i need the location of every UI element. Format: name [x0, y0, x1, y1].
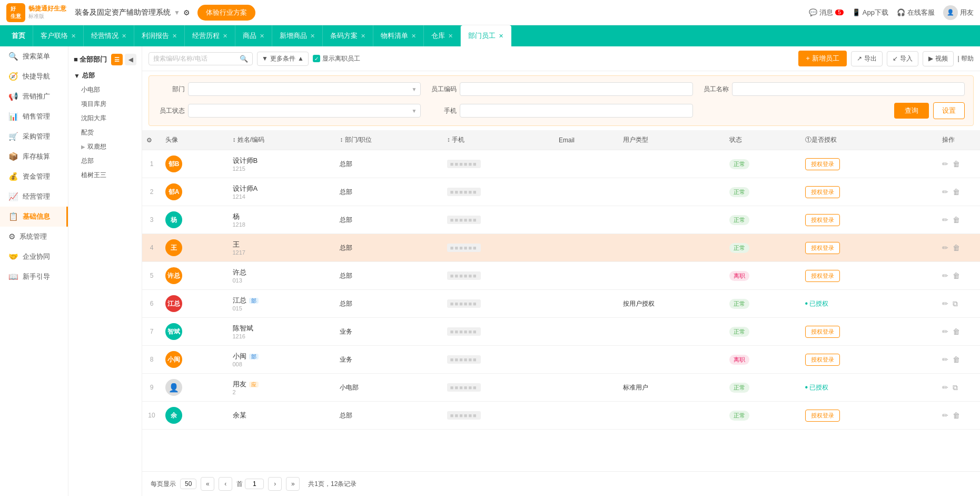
- tab-department[interactable]: 部门员工 ✕: [461, 25, 511, 46]
- import-button[interactable]: ↙ 导入: [887, 51, 918, 66]
- export-button[interactable]: ↗ 导出: [851, 51, 883, 66]
- dept-select[interactable]: [188, 82, 421, 96]
- gear-icon[interactable]: ⚙: [183, 8, 190, 17]
- delete-icon-1[interactable]: 🗑: [953, 160, 960, 168]
- tab-bom[interactable]: 物料清单 ✕: [373, 25, 424, 46]
- show-resigned-checkbox[interactable]: ✓: [313, 55, 320, 62]
- tab-barcode[interactable]: 条码方案 ✕: [323, 25, 373, 46]
- auth-btn-8[interactable]: 授权登录: [805, 354, 840, 366]
- sidebar-item-marketing[interactable]: 📢 营销推广: [0, 86, 68, 106]
- copy-icon-6[interactable]: ⧉: [953, 299, 958, 308]
- online-service-item[interactable]: 🎧 在线客服: [897, 8, 935, 17]
- tab-barcode-close-icon[interactable]: ✕: [361, 33, 365, 40]
- next-page-button[interactable]: ›: [268, 477, 282, 491]
- dept-item-zongbu[interactable]: 总部: [68, 154, 142, 168]
- emp-name-input[interactable]: [732, 82, 965, 96]
- view-button[interactable]: ▶ 视频: [923, 51, 954, 66]
- sidebar-item-collaboration[interactable]: 🤝 企业协同: [0, 247, 68, 267]
- app-download-item[interactable]: 📱 App下载: [852, 8, 888, 17]
- dept-item-xiaodian[interactable]: 小电部: [68, 83, 142, 97]
- tab-goods-close-icon[interactable]: ✕: [260, 33, 264, 40]
- auth-btn-5[interactable]: 授权登录: [805, 270, 840, 282]
- edit-icon-10[interactable]: ✏: [942, 411, 948, 420]
- dept-item-distribution[interactable]: 配货: [68, 125, 142, 140]
- dept-list-icon[interactable]: ☰: [111, 54, 123, 65]
- emp-status-select[interactable]: [188, 104, 421, 118]
- col-settings[interactable]: ⚙: [142, 130, 161, 150]
- delete-icon-2[interactable]: 🗑: [953, 188, 960, 196]
- dept-item-root[interactable]: ▼ 总部: [68, 69, 142, 83]
- tab-history-close-icon[interactable]: ✕: [223, 33, 227, 40]
- tab-profit[interactable]: 利润报告 ✕: [134, 25, 185, 46]
- edit-icon-3[interactable]: ✏: [942, 216, 948, 224]
- auth-btn-1[interactable]: 授权登录: [805, 158, 840, 170]
- edit-icon-7[interactable]: ✏: [942, 327, 948, 336]
- tab-new-goods[interactable]: 新增商品 ✕: [272, 25, 323, 46]
- auth-btn-10[interactable]: 授权登录: [805, 410, 840, 422]
- message-item[interactable]: 💬 消息 5: [809, 8, 844, 17]
- sidebar-item-sales[interactable]: 📊 销售管理: [0, 106, 68, 127]
- query-button[interactable]: 查询: [894, 103, 929, 119]
- copy-icon-9[interactable]: ⧉: [953, 383, 958, 392]
- auth-btn-3[interactable]: 授权登录: [805, 214, 840, 226]
- edit-icon-1[interactable]: ✏: [942, 160, 948, 168]
- phone-input[interactable]: [460, 104, 692, 118]
- first-page-button[interactable]: «: [201, 477, 214, 491]
- dept-item-project[interactable]: 项目库房: [68, 97, 142, 111]
- auth-btn-2[interactable]: 授权登录: [805, 186, 840, 198]
- last-page-button[interactable]: »: [286, 477, 300, 491]
- search-icon-btn[interactable]: 🔍: [240, 55, 248, 63]
- tab-operation[interactable]: 经营情况 ✕: [84, 25, 134, 46]
- sidebar-item-finance[interactable]: 💰 资金管理: [0, 167, 68, 187]
- delete-icon-5[interactable]: 🗑: [953, 271, 960, 280]
- prev-page-button[interactable]: ‹: [219, 477, 232, 491]
- tab-profit-close-icon[interactable]: ✕: [172, 33, 177, 40]
- filter-more-btn[interactable]: ▼ 更多条件 ▲: [257, 52, 309, 66]
- set-button[interactable]: 设置: [933, 102, 965, 119]
- auth-btn-7[interactable]: 授权登录: [805, 326, 840, 338]
- auth-btn-4[interactable]: 授权登录: [805, 242, 840, 254]
- tab-home[interactable]: 首页: [4, 25, 33, 46]
- tab-customer-close-icon[interactable]: ✕: [71, 33, 76, 40]
- edit-icon-2[interactable]: ✏: [942, 188, 948, 196]
- tab-history[interactable]: 经营历程 ✕: [185, 25, 235, 46]
- trial-button[interactable]: 体验行业方案: [197, 5, 255, 21]
- col-phone[interactable]: ↕ 手机: [443, 130, 555, 150]
- edit-icon-4[interactable]: ✏: [942, 244, 948, 252]
- show-resigned-toggle[interactable]: ✓ 显示离职员工: [313, 54, 360, 63]
- sidebar-item-system[interactable]: ⚙ 系统管理: [0, 227, 68, 247]
- delete-icon-8[interactable]: 🗑: [953, 355, 960, 364]
- tab-customer[interactable]: 客户联络 ✕: [33, 25, 84, 46]
- emp-code-input[interactable]: [460, 82, 692, 96]
- delete-icon-3[interactable]: 🗑: [953, 216, 960, 224]
- delete-icon-7[interactable]: 🗑: [953, 327, 960, 336]
- dept-collapse-icon[interactable]: ◀: [125, 54, 136, 65]
- page-input[interactable]: [245, 479, 264, 489]
- tab-new-goods-close-icon[interactable]: ✕: [310, 33, 315, 40]
- edit-icon-6[interactable]: ✏: [942, 299, 948, 308]
- dept-item-planting[interactable]: 植树王三: [68, 168, 142, 182]
- tab-warehouse[interactable]: 仓库 ✕: [424, 25, 461, 46]
- sidebar-item-guide[interactable]: 📖 新手引导: [0, 267, 68, 287]
- sidebar-item-inventory[interactable]: 📦 库存核算: [0, 147, 68, 167]
- edit-icon-8[interactable]: ✏: [942, 355, 948, 364]
- edit-icon-9[interactable]: ✏: [942, 383, 948, 392]
- sidebar-item-search[interactable]: 🔍 搜索菜单: [0, 46, 68, 66]
- tab-bom-close-icon[interactable]: ✕: [411, 33, 416, 40]
- search-input[interactable]: [153, 55, 237, 62]
- user-item[interactable]: 👤 用友: [943, 5, 974, 20]
- add-employee-button[interactable]: + 新增员工: [798, 51, 846, 66]
- sidebar-item-operation-mgmt[interactable]: 📈 经营管理: [0, 187, 68, 207]
- tab-department-close-icon[interactable]: ✕: [499, 33, 503, 40]
- help-text[interactable]: | 帮助: [958, 54, 974, 63]
- sidebar-item-purchase[interactable]: 🛒 采购管理: [0, 127, 68, 147]
- col-dept[interactable]: ↕ 部门/职位: [335, 130, 443, 150]
- page-size-value[interactable]: 50: [180, 479, 196, 489]
- tab-warehouse-close-icon[interactable]: ✕: [448, 33, 453, 40]
- dept-item-shenyang[interactable]: 沈阳大库: [68, 111, 142, 125]
- sidebar-item-nav[interactable]: 🧭 快捷导航: [0, 66, 68, 86]
- col-name[interactable]: ↕ 姓名/编码: [229, 130, 336, 150]
- sidebar-item-basic-info[interactable]: 📋 基础信息: [0, 207, 68, 227]
- edit-icon-5[interactable]: ✏: [942, 271, 948, 280]
- delete-icon-4[interactable]: 🗑: [953, 244, 960, 252]
